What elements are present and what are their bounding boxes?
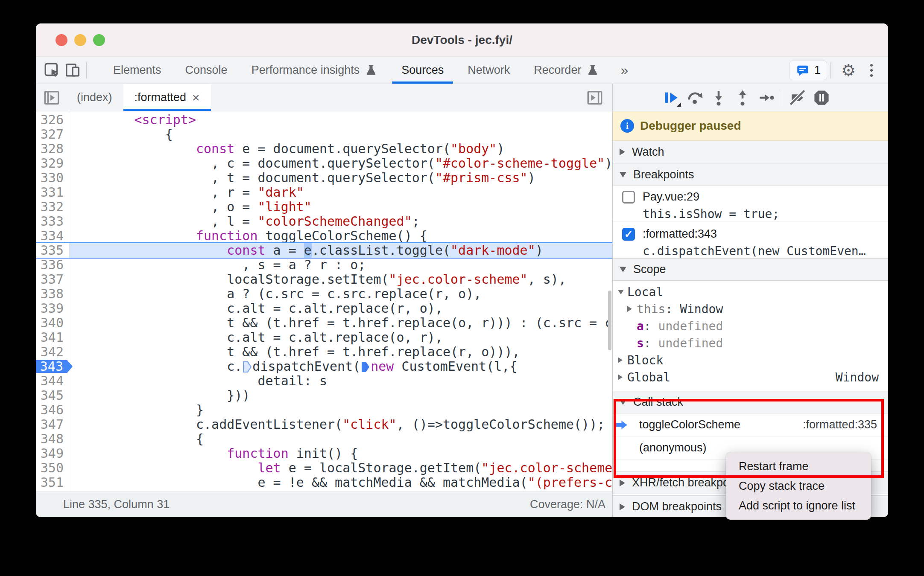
line-number[interactable]: 329: [36, 156, 69, 171]
code-line-337[interactable]: 337 localStorage.setItem("jec.color-sche…: [36, 272, 612, 287]
context-menu-item-restart-frame[interactable]: Restart frame: [726, 457, 871, 476]
line-number[interactable]: 350: [36, 461, 69, 475]
step-out-button[interactable]: [731, 87, 754, 108]
section-scope[interactable]: Scope: [613, 258, 888, 281]
line-number[interactable]: 332: [36, 200, 69, 214]
issues-counter-button[interactable]: 1: [789, 61, 827, 80]
settings-gear-icon[interactable]: ⚙: [834, 62, 863, 79]
code-line-335[interactable]: 335 const a = e.classList.toggle("dark-m…: [36, 242, 612, 259]
code-line-326[interactable]: 326 <script>: [36, 113, 612, 127]
show-debugger-panel-icon[interactable]: [585, 88, 605, 108]
code-line-344[interactable]: 344 detail: s: [36, 374, 612, 388]
tab-elements[interactable]: Elements: [101, 57, 173, 84]
tab-sources[interactable]: Sources: [389, 57, 456, 84]
close-tab-icon[interactable]: ×: [192, 90, 200, 105]
code-line-330[interactable]: 330 , t = document.querySelector("#prism…: [36, 171, 612, 185]
show-navigator-icon[interactable]: [42, 88, 61, 108]
frame-function-name: toggleColorScheme: [639, 418, 740, 431]
code-line-339[interactable]: 339 c.alt = c.alt.replace(r, o),: [36, 301, 612, 316]
line-number[interactable]: 349: [36, 446, 69, 461]
line-number[interactable]: 345: [36, 388, 69, 403]
scope-group-local[interactable]: Local: [613, 283, 888, 300]
line-number[interactable]: 346: [36, 403, 69, 417]
breakpoint-entry[interactable]: Pay.vue:29this.isShow = true;: [613, 186, 888, 221]
continue-to-marker-icon[interactable]: [243, 361, 251, 373]
code-line-331[interactable]: 331 , r = "dark": [36, 185, 612, 200]
code-line-336[interactable]: 336 , s = a ? r : o;: [36, 258, 612, 272]
line-number[interactable]: 335: [36, 243, 69, 258]
current-position-marker-icon[interactable]: [361, 361, 370, 373]
line-number[interactable]: 342: [36, 345, 69, 359]
line-number[interactable]: 330: [36, 171, 69, 185]
code-line-341[interactable]: 341 c.alt = c.alt.replace(o, r),: [36, 330, 612, 345]
step-into-button[interactable]: [707, 87, 731, 108]
step-button[interactable]: [754, 87, 778, 108]
code-line-350[interactable]: 350 let e = localStorage.getItem("jec.co…: [36, 461, 612, 475]
line-number[interactable]: 341: [36, 330, 69, 345]
line-number[interactable]: 333: [36, 214, 69, 229]
more-tabs-button[interactable]: »: [611, 62, 637, 78]
code-line-347[interactable]: 347 c.addEventListener("click", ()=>togg…: [36, 417, 612, 432]
line-number[interactable]: 328: [36, 142, 69, 156]
breakpoint-flag[interactable]: 343: [36, 360, 73, 373]
scope-group-global[interactable]: GlobalWindow: [613, 369, 888, 386]
code-line-351[interactable]: 351 e = !e && matchMedia && matchMedia("…: [36, 475, 612, 490]
section-breakpoints[interactable]: Breakpoints: [613, 163, 888, 186]
deactivate-breakpoints-button[interactable]: [786, 87, 810, 108]
device-toolbar-button[interactable]: [62, 60, 83, 81]
breakpoint-checkbox[interactable]: [622, 191, 635, 204]
line-number[interactable]: 337: [36, 272, 69, 287]
line-number[interactable]: 338: [36, 287, 69, 301]
code-line-332[interactable]: 332 , o = "light": [36, 200, 612, 214]
code-line-329[interactable]: 329 , c = document.querySelector("#color…: [36, 156, 612, 171]
code-line-348[interactable]: 348 {: [36, 432, 612, 446]
code-line-340[interactable]: 340 t && (t.href = t.href.replace(o, r))…: [36, 316, 612, 330]
tab-console[interactable]: Console: [173, 57, 240, 84]
tab-performance-insights[interactable]: Performance insights: [240, 57, 390, 84]
line-number[interactable]: 340: [36, 316, 69, 330]
code-line-349[interactable]: 349 function init() {: [36, 446, 612, 461]
line-number[interactable]: 336: [36, 258, 69, 272]
section-watch[interactable]: Watch: [613, 141, 888, 163]
code-line-334[interactable]: 334 function toggleColorScheme() {: [36, 229, 612, 243]
code-line-333[interactable]: 333 , l = "colorSchemeChanged";: [36, 214, 612, 229]
line-number[interactable]: 351: [36, 475, 69, 490]
breakpoint-checkbox[interactable]: ✓: [622, 228, 635, 241]
editor-scrollbar[interactable]: [608, 291, 611, 350]
code-line-345[interactable]: 345 })): [36, 388, 612, 403]
scope-variable-a[interactable]: a: undefined: [613, 317, 888, 335]
tab-recorder[interactable]: Recorder: [522, 57, 611, 84]
line-number[interactable]: 343: [36, 359, 69, 374]
inspect-element-button[interactable]: [42, 60, 62, 81]
line-number[interactable]: 334: [36, 229, 69, 243]
breakpoint-entry[interactable]: ✓:formatted:343c.dispatchEvent(new Custo…: [613, 221, 888, 258]
line-number[interactable]: 326: [36, 113, 69, 127]
step-over-button[interactable]: [683, 87, 707, 108]
code-line-342[interactable]: 342 t && (t.href = t.href.replace(r, o))…: [36, 345, 612, 359]
code-line-346[interactable]: 346 }: [36, 403, 612, 417]
line-number[interactable]: 339: [36, 301, 69, 316]
more-options-menu-icon[interactable]: [863, 64, 880, 77]
context-menu-item-add-script-to-ignore-list[interactable]: Add script to ignore list: [726, 496, 871, 515]
code-line-327[interactable]: 327 {: [36, 127, 612, 142]
scope-group-block[interactable]: Block: [613, 352, 888, 369]
line-number[interactable]: 347: [36, 417, 69, 432]
line-number[interactable]: 331: [36, 185, 69, 200]
context-menu-item-copy-stack-trace[interactable]: Copy stack trace: [726, 476, 871, 496]
pause-on-exceptions-button[interactable]: [810, 87, 833, 108]
code-editor[interactable]: 326 <script>327 {328 const e = document.…: [36, 111, 612, 492]
line-number[interactable]: 327: [36, 127, 69, 142]
scope-variable-this[interactable]: this: Window: [613, 300, 888, 317]
file-tab-index[interactable]: (index): [66, 84, 123, 111]
line-number[interactable]: 348: [36, 432, 69, 446]
code-line-343[interactable]: 343 c.dispatchEvent(new CustomEvent(l,{: [36, 359, 612, 374]
scope-variable-s[interactable]: s: undefined: [613, 335, 888, 352]
code-line-328[interactable]: 328 const e = document.querySelector("bo…: [36, 142, 612, 156]
tab-network[interactable]: Network: [456, 57, 522, 84]
section-call-stack[interactable]: Call stack: [613, 391, 888, 413]
call-stack-frame[interactable]: toggleColorScheme:formatted:335: [613, 413, 888, 436]
code-line-338[interactable]: 338 a ? (c.src = c.src.replace(r, o),: [36, 287, 612, 301]
file-tab-formatted[interactable]: :formatted×: [123, 84, 211, 111]
resume-script-button[interactable]: [659, 87, 683, 108]
line-number[interactable]: 344: [36, 374, 69, 388]
